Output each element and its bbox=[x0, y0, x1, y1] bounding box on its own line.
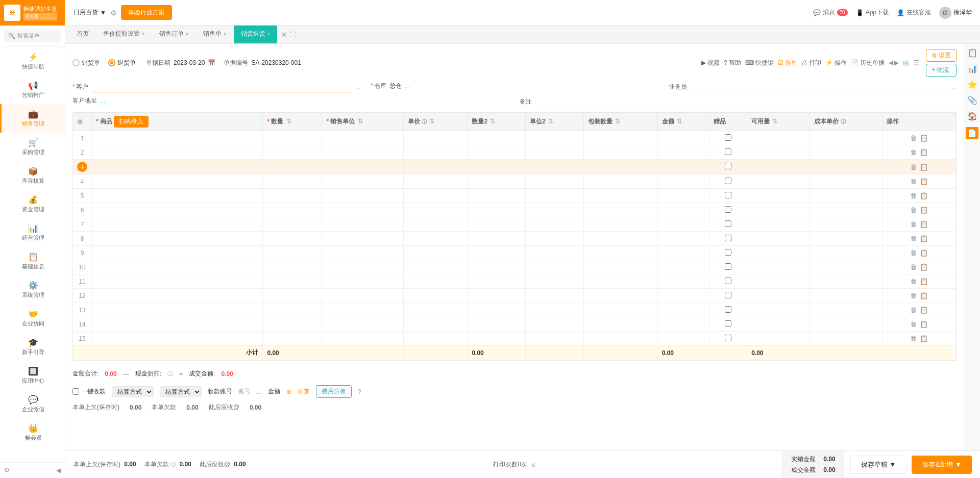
delete-row-icon[interactable]: 🗑 bbox=[910, 134, 917, 142]
copy-row-icon[interactable]: 📋 bbox=[920, 192, 928, 199]
save-new-button[interactable]: 保存&新增 ▼ bbox=[912, 456, 972, 474]
gift-checkbox[interactable] bbox=[725, 178, 731, 184]
delete-row-icon[interactable]: 🗑 bbox=[910, 178, 917, 185]
sidebar-item-shortcut[interactable]: ⚡ 快捷导航 bbox=[0, 47, 65, 76]
right-icon-2[interactable]: 📊 bbox=[967, 64, 977, 73]
delete-row-icon[interactable]: 🗑 bbox=[910, 192, 917, 199]
gift-checkbox[interactable] bbox=[725, 148, 731, 155]
collapse-icon[interactable]: ◀ bbox=[56, 467, 61, 474]
row-amount[interactable] bbox=[657, 145, 709, 160]
delete-row-icon[interactable]: 🗑 bbox=[910, 306, 917, 314]
sidebar-item-finance[interactable]: 💰 资金管理 bbox=[0, 190, 65, 218]
account-dots[interactable]: ... bbox=[257, 388, 262, 395]
calc-method-select[interactable]: 结算方式 bbox=[160, 386, 202, 397]
list-view-icon[interactable]: ☰ bbox=[913, 59, 920, 67]
settings-button[interactable]: ⚙ 设置 bbox=[926, 49, 957, 62]
row-price[interactable] bbox=[403, 131, 468, 145]
delete-row-icon[interactable]: 🗑 bbox=[910, 235, 917, 242]
sidebar-item-purchase[interactable]: 🛒 采购管理 bbox=[0, 133, 65, 161]
save-draft-button[interactable]: 保存草稿 ▼ bbox=[850, 456, 907, 474]
column-settings-icon[interactable]: ⚙ bbox=[77, 118, 83, 125]
right-icon-4[interactable]: 📎 bbox=[967, 95, 977, 105]
copy-row-icon[interactable]: 📋 bbox=[920, 220, 928, 228]
warehouse-dots[interactable]: ... bbox=[405, 83, 410, 90]
row-product[interactable] bbox=[92, 160, 263, 174]
row-amount[interactable] bbox=[657, 160, 709, 174]
gift-checkbox[interactable] bbox=[725, 320, 731, 327]
sales-unit-sort-icon[interactable]: ⇅ bbox=[358, 118, 363, 125]
row-product[interactable] bbox=[92, 145, 263, 160]
video-btn[interactable]: ▶ 视频 bbox=[701, 59, 720, 67]
row-pkg-qty[interactable] bbox=[583, 131, 657, 145]
row-qty[interactable] bbox=[263, 160, 322, 174]
gift-checkbox[interactable] bbox=[725, 249, 731, 256]
copy-row-icon[interactable]: 📋 bbox=[920, 335, 928, 342]
row-available[interactable] bbox=[747, 145, 810, 160]
unit2-sort-icon[interactable]: ⇅ bbox=[548, 118, 553, 125]
history-btn[interactable]: 📄 历史单据 bbox=[851, 59, 885, 67]
gift-checkbox[interactable] bbox=[725, 134, 731, 141]
print-btn[interactable]: 🖨 打印 bbox=[801, 59, 821, 67]
settle-method-select[interactable]: 结算方式 bbox=[112, 386, 154, 397]
online-service-button[interactable]: 👤 在线客服 bbox=[897, 8, 931, 17]
copy-row-icon[interactable]: 📋 bbox=[920, 163, 928, 171]
tab-sales-return-close[interactable]: × bbox=[267, 31, 271, 37]
gift-checkbox[interactable] bbox=[725, 263, 731, 270]
amount-sort-icon[interactable]: ⇅ bbox=[677, 118, 682, 125]
staff-input[interactable] bbox=[690, 82, 948, 92]
gift-checkbox[interactable] bbox=[725, 220, 731, 227]
select-btn[interactable]: ☑ 选单 bbox=[778, 59, 797, 67]
qty-sort-icon[interactable]: ⇅ bbox=[286, 118, 291, 125]
sidebar-item-enterprise[interactable]: 🤝 企业协同 bbox=[0, 304, 65, 333]
logistics-button[interactable]: + 物流 bbox=[926, 64, 957, 77]
tab-sales-order[interactable]: 销售订单 × bbox=[152, 26, 196, 43]
tab-sales[interactable]: 销售单 × bbox=[196, 26, 234, 43]
add-row-button[interactable]: + bbox=[77, 162, 87, 172]
app-download-button[interactable]: 📱 App下载 bbox=[856, 8, 889, 17]
pkg-sort-icon[interactable]: ⇅ bbox=[615, 118, 620, 125]
row-pkg-qty[interactable] bbox=[583, 145, 657, 160]
one-key-payment-check[interactable]: 一键收款 bbox=[72, 387, 106, 396]
row-qty2[interactable] bbox=[468, 145, 526, 160]
one-key-checkbox[interactable] bbox=[72, 388, 79, 395]
row-price[interactable] bbox=[403, 160, 468, 174]
sidebar-item-wechat[interactable]: 💬 企业微信 bbox=[0, 390, 65, 418]
row-available[interactable] bbox=[747, 131, 810, 145]
row-price[interactable] bbox=[403, 145, 468, 160]
delete-row-icon[interactable]: 🗑 bbox=[910, 206, 917, 214]
add-label[interactable]: 添加 bbox=[298, 387, 310, 396]
row-amount[interactable] bbox=[657, 131, 709, 145]
gift-checkbox[interactable] bbox=[725, 306, 731, 313]
help-btn[interactable]: ? 帮助 bbox=[724, 59, 741, 67]
row-gift[interactable] bbox=[709, 145, 747, 160]
row-pkg-qty[interactable] bbox=[583, 160, 657, 174]
search-menu-button[interactable]: 🔍 搜索菜单 bbox=[4, 30, 61, 42]
copy-row-icon[interactable]: 📋 bbox=[920, 263, 928, 271]
section-dropdown[interactable]: 日用百货 ▼ bbox=[74, 8, 106, 17]
tab-sales-close[interactable]: × bbox=[224, 31, 227, 37]
gift-checkbox[interactable] bbox=[725, 278, 731, 284]
copy-row-icon[interactable]: 📋 bbox=[920, 178, 928, 185]
gift-checkbox[interactable] bbox=[725, 206, 731, 213]
delete-row-icon[interactable]: 🗑 bbox=[910, 220, 917, 228]
fee-split-button[interactable]: 费用分摊 bbox=[316, 385, 352, 398]
right-icon-5[interactable]: 🏠 bbox=[967, 111, 977, 121]
row-gift[interactable] bbox=[709, 131, 747, 145]
experience-button[interactable]: 体验行业方案 bbox=[121, 5, 172, 20]
row-cost-price[interactable] bbox=[810, 131, 882, 145]
delete-row-icon[interactable]: 🗑 bbox=[910, 335, 917, 342]
right-icon-1[interactable]: 📋 bbox=[967, 48, 977, 58]
copy-row-icon[interactable]: 📋 bbox=[920, 134, 928, 142]
gift-checkbox[interactable] bbox=[725, 192, 731, 198]
row-cost-price[interactable] bbox=[810, 160, 882, 174]
copy-row-icon[interactable]: 📋 bbox=[920, 278, 928, 285]
maximize-icon[interactable]: ⛶ bbox=[289, 31, 296, 38]
prev-icon[interactable]: ◀ bbox=[889, 59, 893, 66]
next-icon[interactable]: ▶ bbox=[894, 59, 899, 66]
row-product-input[interactable] bbox=[96, 163, 258, 171]
delete-row-icon[interactable]: 🗑 bbox=[910, 163, 917, 171]
qty2-sort-icon[interactable]: ⇅ bbox=[490, 118, 495, 125]
copy-row-icon[interactable]: 📋 bbox=[920, 148, 928, 156]
tab-price-set-close[interactable]: × bbox=[142, 31, 145, 37]
row-sales-unit[interactable] bbox=[322, 160, 403, 174]
